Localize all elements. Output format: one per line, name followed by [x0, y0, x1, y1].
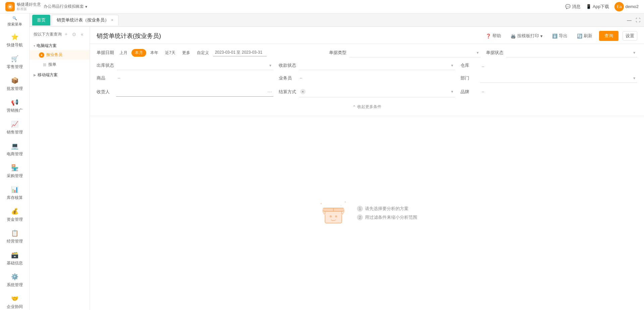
- user-area[interactable]: Ea demo2: [614, 2, 639, 11]
- sidebar-item-quick[interactable]: ⭐ 快捷导航: [0, 30, 29, 51]
- ecom-icon: 💻: [11, 142, 19, 150]
- date-btn-custom[interactable]: 自定义: [194, 49, 212, 57]
- tab-maximize-button[interactable]: ⛶: [635, 17, 641, 23]
- department-select-wrapper: [480, 73, 637, 83]
- page-header-actions: ❓ 帮助 🖨️ 按模板打印 ▾ ⬇️ 导出 �: [483, 31, 637, 41]
- date-btn-this-month[interactable]: 本月: [131, 49, 146, 57]
- scheme-settings-button[interactable]: ⊙: [71, 31, 77, 38]
- sidebar-item-inventory[interactable]: 📊 库存核算: [0, 182, 29, 204]
- product-dots[interactable]: ···: [116, 75, 121, 81]
- step-2-circle: 2: [357, 214, 363, 220]
- filter-doc-type-item: 单据类型: [329, 48, 480, 57]
- page-title: 销货单统计表(按业务员): [97, 32, 161, 40]
- sidebar-item-corp[interactable]: 🤝 企业协同: [0, 291, 29, 310]
- receiver-input[interactable]: [116, 87, 273, 97]
- filter-brand-item: 品牌 ···: [461, 89, 637, 95]
- scheme-add-button[interactable]: ＋: [63, 31, 69, 38]
- payment-clear-button[interactable]: ×: [300, 89, 306, 94]
- help-button[interactable]: ❓ 帮助: [483, 32, 504, 40]
- tab-close-icon[interactable]: ×: [111, 18, 113, 22]
- receiver-label: 收货人: [97, 89, 113, 95]
- salesman-dots[interactable]: ···: [298, 75, 303, 81]
- tab-sales-stat[interactable]: 销货单统计表（按业务员） ×: [52, 15, 118, 25]
- step-1-circle: 1: [357, 206, 363, 212]
- receive-status-select[interactable]: [299, 61, 455, 70]
- filter-row-4: 收货人 ··· 结算方式 ×: [97, 86, 637, 97]
- export-button[interactable]: ⬇️ 导出: [549, 32, 570, 40]
- department-select[interactable]: [480, 73, 637, 83]
- chevron-down-icon: ▾: [34, 44, 35, 48]
- scheme-item-by-salesman[interactable]: ● 按业务员: [30, 50, 90, 60]
- empty-illustration: ✦ ✦ ✦: [317, 196, 350, 230]
- sidebar-item-system[interactable]: ⚙️ 系统管理: [0, 269, 29, 291]
- sidebar-item-retail[interactable]: 🛒 零售管理: [0, 51, 29, 73]
- scheme-item-by-doc[interactable]: ⊞ 按单: [30, 60, 90, 69]
- app-download-action[interactable]: 📱 App下载: [586, 4, 609, 10]
- refresh-button[interactable]: 🔄 刷新: [574, 32, 595, 40]
- tab-minimize-button[interactable]: —: [626, 17, 633, 23]
- sidebar-item-basic[interactable]: 🗃️ 基础信息: [0, 248, 29, 269]
- empty-text-block: 1 请先选择要分析的方案 2 用过滤条件来缩小分析范围: [357, 206, 417, 220]
- sidebar-item-wholesale[interactable]: 📦 批发管理: [0, 73, 29, 95]
- active-scheme-dot: ●: [39, 52, 44, 58]
- warehouse-more-btn[interactable]: ...: [480, 62, 485, 68]
- message-action[interactable]: 💬 消息: [565, 4, 581, 10]
- filter-receive-status-item: 收款状态: [279, 61, 455, 70]
- settings-button[interactable]: 设置: [623, 31, 637, 41]
- empty-state: ✦ ✦ ✦ 1 请先选择要分析的方案 2 用过滤条件来缩小分析范围: [90, 116, 644, 310]
- filter-product-item: 商品 ···: [97, 75, 273, 81]
- tab-home[interactable]: 首页: [32, 15, 50, 25]
- sidebar-item-finance[interactable]: 💰 资金管理: [0, 204, 29, 226]
- filter-department-item: 部门: [461, 73, 637, 83]
- filter-doc-status-item: 单据状态: [486, 48, 637, 57]
- filter-section: 单据日期 上月 本月 本年 近7天 更多 自定义 2023-03-01 至 20…: [90, 44, 644, 116]
- date-btn-this-year[interactable]: 本年: [148, 49, 161, 57]
- receiver-dots[interactable]: ···: [267, 89, 272, 95]
- sidebar-item-marketing[interactable]: 📢 营销推广: [0, 95, 29, 117]
- query-button[interactable]: 查询: [599, 31, 619, 41]
- inventory-icon: 📊: [11, 186, 19, 194]
- marketing-icon: 📢: [11, 98, 19, 106]
- sidebar-item-search[interactable]: 🔍 搜索菜单: [0, 13, 29, 30]
- scheme-panel-header: 按以下方案查询 ＋ ⊙ «: [30, 30, 90, 40]
- date-btn-7days[interactable]: 近7天: [162, 49, 178, 57]
- doc-type-select[interactable]: [349, 48, 480, 57]
- sidebar-item-ecom[interactable]: 💻 电商管理: [0, 139, 29, 160]
- breadcrumb-dropdown[interactable]: 办公用品行业模拟账套 ▾: [44, 4, 87, 9]
- empty-step-1: 1 请先选择要分析的方案: [357, 206, 417, 212]
- scheme-actions: ＋ ⊙ «: [63, 31, 86, 38]
- date-options: 上月 本月 本年 近7天 更多 自定义 2023-03-01 至 2023-03…: [117, 49, 267, 57]
- print-icon: 🖨️: [511, 34, 516, 39]
- top-header-right: 💬 消息 📱 App下载 Ea demo2: [565, 2, 639, 11]
- collapse-button[interactable]: ⌃ 收起更多条件: [97, 102, 637, 112]
- out-status-select-wrapper: [117, 61, 273, 70]
- sidebar-item-sales[interactable]: 📈 销售管理: [0, 117, 29, 139]
- date-btn-more[interactable]: 更多: [179, 49, 193, 57]
- payment-select[interactable]: [307, 87, 455, 96]
- basic-icon: 🗃️: [11, 251, 19, 259]
- filter-salesman-item: 业务员 ···: [279, 75, 455, 81]
- brand-label: 品牌: [461, 89, 477, 95]
- scheme-group-desktop-header[interactable]: ▾ 电脑端方案: [30, 42, 90, 50]
- scheme-group-mobile-header[interactable]: ▶ 移动端方案: [30, 71, 90, 79]
- doc-status-select[interactable]: [506, 48, 637, 57]
- sidebar-item-ops[interactable]: 📋 经营管理: [0, 226, 29, 248]
- date-btn-last-month[interactable]: 上月: [117, 49, 130, 57]
- svg-text:✦: ✦: [320, 202, 322, 205]
- doc-type-select-wrapper: [349, 48, 480, 57]
- export-icon: ⬇️: [552, 34, 557, 39]
- svg-text:✦: ✦: [340, 205, 342, 207]
- chevron-down-icon: ▾: [540, 34, 543, 39]
- chevron-down-icon: ▾: [85, 4, 87, 9]
- logo-area[interactable]: 畅捷通好生意 标准版: [5, 2, 41, 11]
- template-print-button[interactable]: 🖨️ 按模板打印 ▾: [508, 32, 545, 40]
- search-icon: 🔍: [12, 16, 17, 20]
- empty-step-2: 2 用过滤条件来缩小分析范围: [357, 214, 417, 220]
- brand-dots[interactable]: ···: [480, 89, 485, 95]
- out-status-select[interactable]: [117, 61, 273, 70]
- finance-icon: 💰: [11, 207, 19, 215]
- filter-area: 单据日期 上月 本月 本年 近7天 更多 自定义 2023-03-01 至 20…: [90, 44, 644, 116]
- scheme-collapse-button[interactable]: «: [79, 31, 86, 38]
- sidebar-item-purchase[interactable]: 🏪 采购管理: [0, 160, 29, 182]
- purchase-icon: 🏪: [11, 164, 19, 172]
